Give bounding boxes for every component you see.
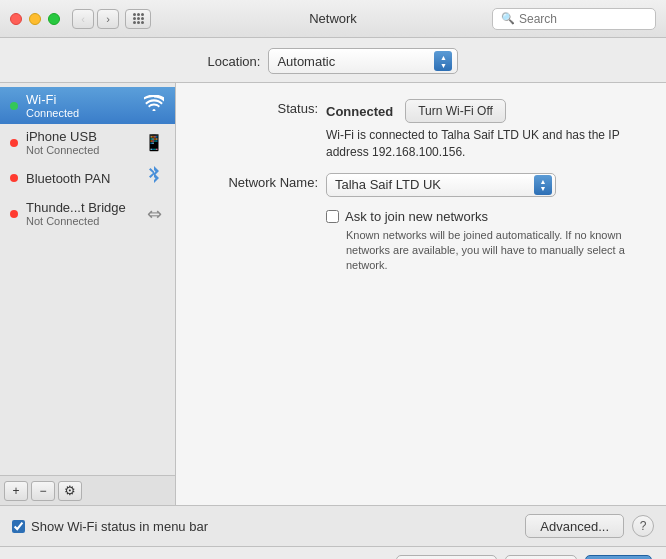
wifi-text: Wi-Fi Connected — [26, 92, 135, 119]
add-connection-button[interactable]: + — [4, 481, 28, 501]
show-wifi-checkbox[interactable] — [12, 520, 25, 533]
iphone-icon: 📱 — [143, 133, 165, 152]
wifi-status-dot — [10, 102, 18, 110]
sidebar-item-iphone-usb[interactable]: iPhone USB Not Connected 📱 — [0, 124, 175, 161]
thunderbolt-icon: ⇔ — [143, 203, 165, 225]
main-content: Wi-Fi Connected iPhone USB Not Connected… — [0, 82, 666, 505]
sidebar-item-bluetooth-pan[interactable]: Bluetooth PAN — [0, 161, 175, 195]
bluetooth-name: Bluetooth PAN — [26, 171, 135, 186]
network-name-value-area: Talha Saif LTD UK — [326, 173, 646, 197]
sidebar-list: Wi-Fi Connected iPhone USB Not Connected… — [0, 83, 175, 475]
status-description: Wi-Fi is connected to Talha Saif LTD UK … — [326, 127, 646, 161]
detail-panel: Status: Connected Turn Wi-Fi Off Wi-Fi i… — [176, 83, 666, 505]
traffic-lights — [10, 13, 60, 25]
search-icon: 🔍 — [501, 12, 515, 25]
thunderbolt-text: Thunde...t Bridge Not Connected — [26, 200, 135, 227]
ask-to-join-checkbox[interactable] — [326, 210, 339, 223]
turn-wifi-off-button[interactable]: Turn Wi-Fi Off — [405, 99, 506, 123]
status-row: Status: Connected Turn Wi-Fi Off Wi-Fi i… — [196, 99, 646, 161]
status-label: Status: — [196, 99, 326, 116]
iphone-status: Not Connected — [26, 144, 135, 156]
iphone-text: iPhone USB Not Connected — [26, 129, 135, 156]
network-name-wrapper: Talha Saif LTD UK — [326, 173, 556, 197]
iphone-status-dot — [10, 139, 18, 147]
footer-buttons: Assist me... Revert Apply — [0, 546, 666, 559]
maximize-button[interactable] — [48, 13, 60, 25]
minimize-button[interactable] — [29, 13, 41, 25]
grid-button[interactable] — [125, 9, 151, 29]
show-wifi-label: Show Wi-Fi status in menu bar — [31, 519, 208, 534]
thunderbolt-name: Thunde...t Bridge — [26, 200, 135, 215]
network-name-select[interactable]: Talha Saif LTD UK — [326, 173, 556, 197]
forward-button[interactable]: › — [97, 9, 119, 29]
nav-buttons: ‹ › — [72, 9, 119, 29]
show-wifi-row: Show Wi-Fi status in menu bar — [12, 519, 517, 534]
location-select[interactable]: Automatic — [268, 48, 458, 74]
assist-me-button[interactable]: Assist me... — [396, 555, 497, 559]
status-value-area: Connected Turn Wi-Fi Off Wi-Fi is connec… — [326, 99, 646, 161]
wifi-status: Connected — [26, 107, 135, 119]
bluetooth-text: Bluetooth PAN — [26, 171, 135, 186]
apply-button[interactable]: Apply — [585, 555, 652, 559]
bluetooth-icon — [143, 166, 165, 190]
wifi-name: Wi-Fi — [26, 92, 135, 107]
search-bar[interactable]: 🔍 — [492, 8, 656, 30]
ask-to-join-label: Ask to join new networks — [345, 209, 488, 224]
remove-connection-button[interactable]: − — [31, 481, 55, 501]
revert-button[interactable]: Revert — [505, 555, 577, 559]
network-name-row: Network Name: Talha Saif LTD UK — [196, 173, 646, 197]
sidebar-item-thunderbolt[interactable]: Thunde...t Bridge Not Connected ⇔ — [0, 195, 175, 232]
sidebar-toolbar: + − ⚙ — [0, 475, 175, 505]
search-input[interactable] — [519, 12, 647, 26]
sidebar-item-wifi[interactable]: Wi-Fi Connected — [0, 87, 175, 124]
status-text: Connected — [326, 104, 393, 119]
grid-icon — [133, 13, 144, 24]
location-bar: Location: Automatic — [0, 38, 666, 82]
network-name-label: Network Name: — [196, 173, 326, 190]
ask-to-join-row: Ask to join new networks Known networks … — [326, 209, 646, 274]
sidebar: Wi-Fi Connected iPhone USB Not Connected… — [0, 83, 176, 505]
thunderbolt-status: Not Connected — [26, 215, 135, 227]
bottom-bar: Show Wi-Fi status in menu bar Advanced..… — [0, 505, 666, 546]
location-label: Location: — [208, 54, 261, 69]
iphone-name: iPhone USB — [26, 129, 135, 144]
wifi-icon — [143, 95, 165, 116]
window-title: Network — [309, 11, 357, 26]
thunderbolt-status-dot — [10, 210, 18, 218]
advanced-button[interactable]: Advanced... — [525, 514, 624, 538]
back-button[interactable]: ‹ — [72, 9, 94, 29]
hint-text: Known networks will be joined automatica… — [346, 228, 646, 274]
location-select-wrapper: Automatic — [268, 48, 458, 74]
bluetooth-status-dot — [10, 174, 18, 182]
title-bar: ‹ › Network 🔍 — [0, 0, 666, 38]
settings-button[interactable]: ⚙ — [58, 481, 82, 501]
help-button[interactable]: ? — [632, 515, 654, 537]
status-row-inner: Connected Turn Wi-Fi Off — [326, 99, 646, 123]
close-button[interactable] — [10, 13, 22, 25]
